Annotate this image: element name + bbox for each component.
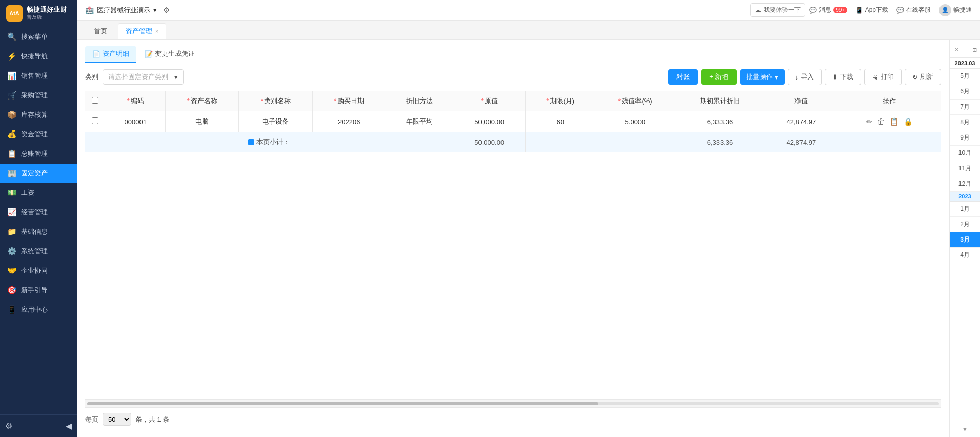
panel-close-icon[interactable]: ×: [953, 44, 961, 55]
row-checkbox[interactable]: [92, 117, 98, 124]
horizontal-scrollbar[interactable]: [85, 399, 941, 407]
sidebar-item-inventory[interactable]: 📦 库存核算: [0, 105, 77, 125]
sidebar: AtA 畅捷通好业财 普及版 🔍 搜索菜单 ⚡ 快捷导航 📊 销售管理 🛒 采购…: [0, 0, 77, 437]
avatar: 👤: [939, 4, 951, 16]
cell-residual-rate: 5.0000: [595, 111, 675, 132]
edit-button[interactable]: ✏: [865, 116, 873, 127]
download-icon: ⬇: [832, 73, 838, 81]
sidebar-bottom: ⚙ ◀: [0, 414, 77, 437]
right-panel-months: 5月 6月 7月 8月 9月 10月 11月 12月 2023 1月 2月 3月…: [950, 69, 980, 263]
message-badge: 99+: [833, 7, 847, 13]
month-item-10[interactable]: 10月: [950, 146, 980, 161]
tab-asset-management[interactable]: 资产管理 ×: [118, 23, 166, 39]
sidebar-item-purchase[interactable]: 🛒 采购管理: [0, 86, 77, 105]
col-initial-accumulated: 期初累计折旧: [675, 91, 765, 111]
cell-name: 电脑: [166, 111, 239, 132]
fixed-assets-icon: 🏢: [7, 169, 17, 178]
month-item-7[interactable]: 7月: [950, 100, 980, 115]
delete-button[interactable]: 🗑: [876, 116, 886, 127]
online-service-button[interactable]: 💬 在线客服: [896, 6, 931, 14]
subtab-asset-detail[interactable]: 📄 资产明细: [85, 46, 136, 63]
lock-button[interactable]: 🔒: [903, 116, 913, 127]
cell-purchase-date: 202206: [312, 111, 386, 132]
month-item-5[interactable]: 5月: [950, 69, 980, 84]
user-menu[interactable]: 👤 畅捷通: [939, 4, 972, 16]
sidebar-item-search[interactable]: 🔍 搜索菜单: [0, 27, 77, 47]
sidebar-item-ledger[interactable]: 📋 总账管理: [0, 144, 77, 164]
month-item-6[interactable]: 6月: [950, 84, 980, 100]
collapse-button[interactable]: ◀: [61, 418, 77, 434]
print-button[interactable]: 🖨 打印: [864, 69, 902, 85]
panel-expand-icon[interactable]: ⊡: [972, 47, 977, 53]
import-button[interactable]: ↓ 导入: [788, 69, 822, 85]
topbar: 🏥 医疗器械行业演示 ▾ ⚙ ☁ 我要体验一下 💬 消息 99+ 📱 App下载: [77, 0, 980, 21]
month-item-8[interactable]: 8月: [950, 115, 980, 130]
subtab-change-voucher-icon: 📝: [145, 50, 153, 58]
app-download-button[interactable]: 📱 App下载: [855, 6, 888, 14]
company-selector[interactable]: 🏥 医疗器械行业演示 ▾: [85, 6, 157, 15]
col-residual-rate: *残值率(%): [595, 91, 675, 111]
cell-action: ✏ 🗑 📋 🔒: [837, 111, 941, 132]
sidebar-item-sales[interactable]: 📊 销售管理: [0, 66, 77, 86]
cell-net-value: 42,874.97: [765, 111, 837, 132]
toolbar-right: 对账 + 新增 批量操作 ▾ ↓ 导入 ⬇ 下载 🖨: [668, 69, 941, 85]
sidebar-item-enterprise[interactable]: 🤝 企业协同: [0, 261, 77, 281]
sidebar-item-fund[interactable]: 💰 资金管理: [0, 125, 77, 144]
copy-button[interactable]: 📋: [889, 116, 899, 127]
print-icon: 🖨: [872, 73, 878, 81]
right-panel-header: × ⊡: [950, 42, 980, 58]
logo-sub: 普及版: [27, 14, 67, 21]
batch-ops-arrow-icon: ▾: [775, 73, 778, 81]
sidebar-item-app-center[interactable]: 📱 应用中心: [0, 300, 77, 320]
right-panel: × ⊡ 2023.03 5月 6月 7月 8月 9月 10月 11月 12月 2…: [949, 40, 980, 437]
quicknav-icon: ⚡: [7, 52, 17, 61]
per-page-select[interactable]: 50 100 200: [103, 413, 131, 426]
subtab-change-voucher[interactable]: 📝 变更生成凭证: [137, 46, 202, 63]
tab-close-icon[interactable]: ×: [155, 28, 158, 34]
subtotal-label-cell: 本页小计：: [85, 132, 453, 152]
asset-table: *编码 *资产名称 *类别名称 *购买日期 折旧方法 *原值 *期限(月) *残…: [85, 91, 941, 399]
payroll-icon: 💵: [7, 188, 17, 197]
settings-gear-icon[interactable]: ⚙: [161, 4, 172, 17]
experience-button[interactable]: ☁ 我要体验一下: [750, 3, 805, 17]
sidebar-item-basic-info[interactable]: 📁 基础信息: [0, 222, 77, 242]
subtotal-row: 本页小计： 50,000.00 6,333.36 42,874.97: [85, 132, 941, 152]
sidebar-item-operations[interactable]: 📈 经营管理: [0, 203, 77, 222]
appcenter-icon: 📱: [7, 305, 17, 314]
sidebar-item-quick-nav[interactable]: ⚡ 快捷导航: [0, 47, 77, 66]
sidebar-item-payroll[interactable]: 💵 工资: [0, 183, 77, 203]
purchase-icon: 🛒: [7, 91, 17, 100]
message-button[interactable]: 💬 消息 99+: [809, 6, 847, 14]
sidebar-item-system[interactable]: ⚙️ 系统管理: [0, 242, 77, 261]
col-checkbox: [85, 91, 106, 111]
subtotal-net-value: 42,874.97: [765, 132, 837, 152]
col-category: *类别名称: [239, 91, 312, 111]
new-button[interactable]: + 新增: [701, 69, 736, 85]
month-item-11[interactable]: 11月: [950, 161, 980, 176]
settings-button[interactable]: ⚙: [0, 418, 17, 434]
download-button[interactable]: ⬇ 下载: [825, 69, 861, 85]
month-item-1[interactable]: 1月: [950, 202, 980, 217]
refresh-button[interactable]: ↻ 刷新: [905, 69, 941, 85]
select-all-checkbox[interactable]: [92, 97, 98, 104]
tab-home[interactable]: 首页: [85, 23, 116, 39]
sidebar-item-guide[interactable]: 🎯 新手引导: [0, 281, 77, 300]
pagination: 每页 50 100 200 条，共 1 条: [85, 407, 941, 431]
month-item-9[interactable]: 9月: [950, 130, 980, 146]
filter-dropdown-icon: ▾: [174, 73, 178, 81]
enterprise-icon: 🤝: [7, 266, 17, 275]
scroll-down-icon[interactable]: ▼: [960, 424, 970, 435]
category-filter[interactable]: 请选择固定资产类别 ▾: [103, 69, 184, 85]
month-item-4[interactable]: 4月: [950, 248, 980, 263]
reconcile-button[interactable]: 对账: [668, 69, 698, 85]
company-dropdown-icon: ▾: [153, 6, 157, 14]
batch-ops-button[interactable]: 批量操作 ▾: [740, 69, 785, 85]
sidebar-item-fixed-assets[interactable]: 🏢 固定资产: [0, 164, 77, 183]
cell-period: 60: [526, 111, 595, 132]
experience-icon: ☁: [755, 7, 761, 14]
month-item-2[interactable]: 2月: [950, 217, 980, 232]
month-item-12[interactable]: 12月: [950, 176, 980, 192]
month-item-3[interactable]: 3月: [950, 232, 980, 248]
year-divider: 2023: [950, 192, 980, 202]
download-icon: 📱: [855, 7, 863, 14]
